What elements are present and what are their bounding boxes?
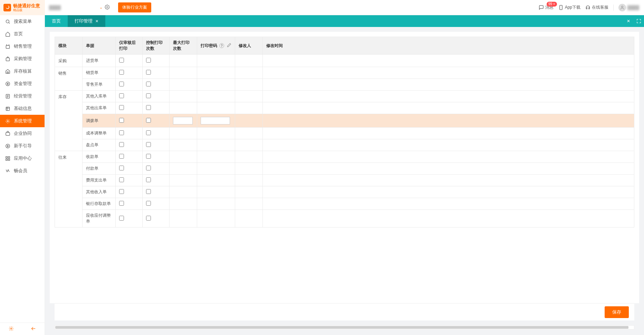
table-row[interactable]: 零售开单 <box>55 79 634 91</box>
table-row[interactable]: 盘点单 <box>55 139 634 151</box>
audit-only-checkbox[interactable] <box>119 166 124 170</box>
audit-only-checkbox[interactable] <box>119 58 124 63</box>
mod-time-cell <box>263 55 634 67</box>
sidebar-item-guide[interactable]: 新手引导 <box>0 140 45 152</box>
table-row[interactable]: 付款单 <box>55 163 634 175</box>
tenant-selector[interactable]: ████ ⌄ <box>45 4 114 11</box>
horizontal-scrollbar[interactable] <box>55 325 634 329</box>
th-ctrl-count: 控制打印次数 <box>143 37 170 55</box>
sidebar-item-purchase[interactable]: 采购管理 <box>0 53 45 65</box>
header-online-service[interactable]: 在线客服 <box>585 4 608 10</box>
edit-icon[interactable] <box>227 43 231 48</box>
doc-cell: 销货单 <box>83 67 116 79</box>
sidebar-item-coop[interactable]: 企业协同 <box>0 127 45 140</box>
ctrl-count-checkbox[interactable] <box>146 105 151 110</box>
header-messages[interactable]: 消息 99 + <box>539 4 554 10</box>
ctrl-count-cell <box>143 151 170 163</box>
audit-only-checkbox[interactable] <box>119 177 124 182</box>
table-row[interactable]: 其他收入单 <box>55 186 634 198</box>
audit-only-cell <box>116 198 143 210</box>
audit-only-checkbox[interactable] <box>119 118 124 123</box>
header-app-download[interactable]: App下载 <box>558 4 580 10</box>
table-row[interactable]: 库存其他入库单 <box>55 91 634 102</box>
ctrl-count-checkbox[interactable] <box>146 166 151 170</box>
table-row[interactable]: 费用支出单 <box>55 175 634 186</box>
table-row[interactable]: 银行存取款单 <box>55 198 634 210</box>
tab-home[interactable]: 首页 <box>45 15 68 27</box>
sidebar-item-label: 资金管理 <box>14 81 32 87</box>
ctrl-count-checkbox[interactable] <box>146 142 151 147</box>
ctrl-count-checkbox[interactable] <box>146 58 151 63</box>
max-count-cell <box>170 175 197 186</box>
ctrl-count-cell <box>143 114 170 128</box>
gear-icon[interactable] <box>105 4 110 11</box>
audit-only-checkbox[interactable] <box>119 105 124 110</box>
audit-only-checkbox[interactable] <box>119 70 124 75</box>
ctrl-count-checkbox[interactable] <box>146 130 151 135</box>
max-count-input[interactable] <box>173 117 193 124</box>
close-icon[interactable]: ✕ <box>95 19 98 24</box>
audit-only-checkbox[interactable] <box>119 130 124 135</box>
audit-only-checkbox[interactable] <box>119 142 124 147</box>
save-button[interactable]: 保存 <box>605 306 629 318</box>
logo-icon <box>3 4 11 11</box>
sidebar-item-vip[interactable]: 畅会员 <box>0 165 45 177</box>
headset-icon <box>585 5 590 10</box>
th-pwd: 打印密码 ? <box>197 37 235 55</box>
phone-icon <box>558 5 564 10</box>
collapse-icon[interactable] <box>31 326 36 332</box>
purchase-icon <box>5 56 10 62</box>
sidebar-item-search[interactable]: 搜索菜单 <box>0 15 45 28</box>
close-all-tabs-icon[interactable]: ✕ <box>623 15 634 27</box>
ctrl-count-checkbox[interactable] <box>146 216 151 221</box>
header-user[interactable]: ████ <box>618 4 639 11</box>
ctrl-count-checkbox[interactable] <box>146 189 151 194</box>
mod-time-cell <box>263 210 634 227</box>
table-row[interactable]: 成本调整单 <box>55 128 634 139</box>
sidebar-item-sales[interactable]: 销售管理 <box>0 40 45 53</box>
ctrl-count-checkbox[interactable] <box>146 177 151 182</box>
table-row[interactable]: 采购进货单 <box>55 55 634 67</box>
tab-home-label: 首页 <box>52 18 61 24</box>
modifier-cell <box>235 128 263 139</box>
pwd-input[interactable] <box>201 117 230 124</box>
ctrl-count-cell <box>143 186 170 198</box>
help-icon[interactable]: ? <box>219 43 224 48</box>
audit-only-checkbox[interactable] <box>119 82 124 86</box>
sidebar-item-home[interactable]: 首页 <box>0 28 45 40</box>
scrollbar-thumb[interactable] <box>55 326 628 329</box>
mod-time-cell <box>263 151 634 163</box>
ctrl-count-checkbox[interactable] <box>146 70 151 75</box>
audit-only-checkbox[interactable] <box>119 216 124 221</box>
online-service-label: 在线客服 <box>592 4 608 10</box>
table-row[interactable]: 往来收款单 <box>55 151 634 163</box>
table-row[interactable]: 其他出库单 <box>55 102 634 114</box>
audit-only-checkbox[interactable] <box>119 201 124 206</box>
table-row[interactable]: 调拨单 <box>55 114 634 128</box>
sidebar-item-system[interactable]: 系统管理 <box>0 115 45 127</box>
fullscreen-icon[interactable] <box>634 15 644 27</box>
ctrl-count-checkbox[interactable] <box>146 201 151 206</box>
ctrl-count-checkbox[interactable] <box>146 82 151 86</box>
sidebar-item-biz[interactable]: 经营管理 <box>0 90 45 102</box>
audit-only-checkbox[interactable] <box>119 93 124 98</box>
trial-button[interactable]: 体验行业方案 <box>118 2 151 12</box>
sidebar-item-stock[interactable]: 库存核算 <box>0 65 45 77</box>
ctrl-count-checkbox[interactable] <box>146 93 151 98</box>
tab-print-manage[interactable]: 打印管理 ✕ <box>68 15 105 27</box>
svg-rect-17 <box>6 159 7 160</box>
doc-cell: 零售开单 <box>83 79 116 91</box>
print-settings-panel: 模块 单据 仅审核后打印 控制打印次数 最大打印次数 打印密码 ? <box>50 32 639 303</box>
ctrl-count-checkbox[interactable] <box>146 154 151 159</box>
audit-only-cell <box>116 67 143 79</box>
sidebar-item-base[interactable]: 基础信息 <box>0 102 45 115</box>
ctrl-count-checkbox[interactable] <box>146 118 151 123</box>
table-row[interactable]: 应收应付调整单 <box>55 210 634 227</box>
sidebar-item-appcenter[interactable]: 应用中心 <box>0 152 45 165</box>
table-row[interactable]: 销售销货单 <box>55 67 634 79</box>
brand-logo[interactable]: 畅捷通好生意 精品版 <box>0 0 45 15</box>
settings-icon[interactable] <box>9 326 14 332</box>
sidebar-item-fund[interactable]: 资金管理 <box>0 77 45 90</box>
audit-only-checkbox[interactable] <box>119 189 124 194</box>
audit-only-checkbox[interactable] <box>119 154 124 159</box>
